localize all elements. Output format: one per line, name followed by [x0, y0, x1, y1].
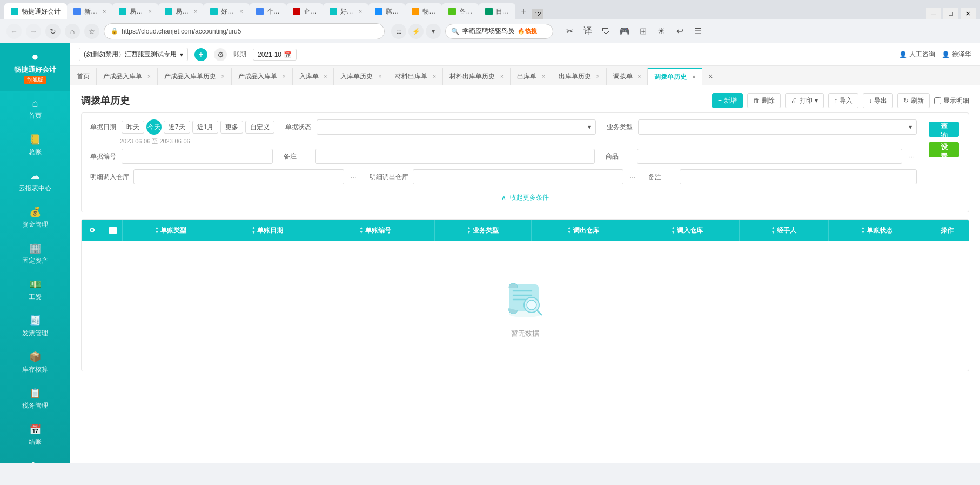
dropdown-btn[interactable]: ▾ [426, 24, 441, 39]
tab-material-out[interactable]: 材料出库单 × [388, 68, 443, 85]
history-icon[interactable]: ↩ [672, 24, 687, 39]
tab-out-order[interactable]: 出库单 × [511, 68, 552, 85]
sidebar-item-inventory[interactable]: 📦 库存核算 [0, 344, 70, 381]
tab-transfer-close[interactable]: × [638, 74, 641, 79]
tab-product-in[interactable]: 产成品入库单 × [97, 68, 158, 85]
tab-in-history-close[interactable]: × [378, 74, 381, 79]
tab-transfer-history-close[interactable]: × [692, 74, 695, 80]
query-btn[interactable]: 查询 [929, 122, 959, 137]
tab-count[interactable]: 12 [532, 9, 543, 19]
detail-in-input[interactable] [133, 169, 344, 184]
browser-tab-7[interactable]: 好… × [323, 3, 368, 19]
date-btn-custom[interactable]: 自定义 [245, 121, 274, 134]
tab-in-order-close[interactable]: × [324, 74, 327, 79]
date-btn-today[interactable]: 今天 [146, 119, 162, 135]
grid-icon[interactable]: ⊞ [635, 24, 650, 39]
browser-tab-3[interactable]: 易… × [158, 3, 204, 19]
close-btn[interactable]: × [961, 8, 976, 19]
browser-search-box[interactable]: 🔍 学霸应聘场驱鸟员 🔥热搜 [445, 24, 553, 39]
date-btn-more[interactable]: 更多 [220, 121, 243, 134]
tab-material-out-close[interactable]: × [433, 74, 436, 79]
bookmark-btn[interactable]: ☆ [84, 24, 99, 39]
lightning-btn[interactable]: ⚡ [408, 24, 424, 39]
company-selector[interactable]: (勿删勿禁用）江西服宝测试专用 ▾ [79, 48, 188, 61]
new-btn[interactable]: + 新增 [712, 93, 743, 108]
import-btn[interactable]: ↑ 导入 [828, 93, 858, 108]
address-bar[interactable]: 🔒 https://cloud.chanjet.com/accounting/u… [104, 23, 385, 39]
th-in-wh[interactable]: ▲▼ 调入仓库 [635, 220, 740, 241]
gamepad-icon[interactable]: 🎮 [617, 24, 632, 39]
th-status[interactable]: ▲▼ 单账状态 [829, 220, 925, 241]
tab-transfer-history[interactable]: 调拨单历史 × [648, 68, 702, 85]
detail-out-input[interactable] [413, 169, 623, 184]
show-columns-toggle[interactable]: 显示明细 [934, 96, 969, 105]
th-type[interactable]: ▲▼ 单账类型 [123, 220, 219, 241]
biztype-select[interactable]: ▾ [638, 119, 917, 135]
th-biztype[interactable]: ▲▼ 业务类型 [435, 220, 532, 241]
minimize-btn[interactable]: ─ [926, 8, 941, 19]
set-btn[interactable]: 设置 [929, 142, 959, 157]
th-handler[interactable]: ▲▼ 经手人 [740, 220, 829, 241]
delete-btn[interactable]: 🗑 删除 [747, 93, 781, 108]
th-settings[interactable]: ⚙ [82, 220, 103, 241]
tab-close-4[interactable]: × [239, 8, 243, 15]
sidebar-item-archive[interactable]: 🗂 归档管理 [0, 453, 70, 463]
tab-product-in2-close[interactable]: × [283, 74, 286, 79]
tab-product-in-close[interactable]: × [147, 74, 151, 79]
remark-input[interactable] [315, 149, 595, 164]
header-checkbox[interactable] [109, 227, 117, 234]
menu-icon[interactable]: ☰ [690, 24, 706, 39]
sidebar-item-invoice[interactable]: 🧾 发票管理 [0, 308, 70, 344]
th-out-wh[interactable]: ▲▼ 调出仓库 [532, 220, 636, 241]
sidebar-item-home[interactable]: ⌂ 首页 [0, 91, 70, 127]
sidebar-item-close[interactable]: 📅 结账 [0, 417, 70, 453]
tab-material-out-history-close[interactable]: × [500, 74, 504, 79]
sidebar-item-finance[interactable]: 💰 资金管理 [0, 200, 70, 236]
browser-tab-11[interactable]: 目… [479, 3, 515, 19]
goods-dots[interactable]: ··· [907, 152, 917, 161]
new-tab-button[interactable]: + [515, 3, 532, 19]
period-selector[interactable]: 2021-10 📅 [253, 49, 297, 61]
show-columns-checkbox[interactable] [934, 97, 941, 104]
browser-tab-4[interactable]: 好… × [204, 3, 249, 19]
date-btn-yesterday[interactable]: 昨天 [122, 121, 144, 134]
browser-tab-chanjet[interactable]: 畅捷通好会计 [4, 3, 67, 19]
th-num[interactable]: ▲▼ 单账编号 [316, 220, 435, 241]
detail-in-dots[interactable]: ··· [348, 173, 359, 181]
tab-product-in-history[interactable]: 产成品入库单历史 × [158, 68, 232, 85]
add-company-btn[interactable]: + [194, 48, 207, 61]
detail-out-dots[interactable]: ··· [628, 173, 638, 181]
print-btn[interactable]: 🖨 打印 ▾ [785, 93, 824, 108]
brightness-icon[interactable]: ☀ [654, 24, 669, 39]
customer-service-btn[interactable]: 👤 人工咨询 [899, 50, 935, 59]
collapse-bar[interactable]: ∧ 收起更多条件 [90, 190, 960, 205]
refresh-page-btn[interactable]: ↻ 刷新 [897, 93, 930, 108]
date-btn-7days[interactable]: 近7天 [164, 121, 190, 134]
remark2-input[interactable] [680, 169, 917, 184]
maximize-btn[interactable]: □ [943, 8, 958, 19]
tab-close-7[interactable]: × [359, 8, 362, 15]
close-all-tabs-btn[interactable]: × [702, 68, 719, 85]
tab-in-history[interactable]: 入库单历史 × [334, 68, 388, 85]
tab-home[interactable]: 首页 [70, 68, 97, 85]
sidebar-item-reports[interactable]: ☁ 云报表中心 [0, 163, 70, 200]
date-btn-1month[interactable]: 近1月 [192, 121, 219, 134]
browser-tab-8[interactable]: 腾… [368, 3, 405, 19]
scissors-icon[interactable]: ✂ [562, 24, 577, 39]
user-profile-btn[interactable]: 👤 徐泽华 [942, 50, 971, 59]
home-btn[interactable]: ⌂ [65, 24, 80, 39]
goods-input[interactable] [637, 149, 902, 164]
status-select[interactable]: ▾ [317, 119, 595, 135]
th-check[interactable] [103, 220, 123, 241]
refresh-btn[interactable]: ↻ [45, 24, 61, 39]
tab-product-in-history-close[interactable]: × [221, 74, 225, 79]
tab-product-in2[interactable]: 产成品入库单 × [232, 68, 293, 85]
tab-close-1[interactable]: × [103, 8, 106, 15]
translate-icon[interactable]: 译 [580, 24, 595, 39]
extensions-btn[interactable]: ⚏ [391, 24, 406, 39]
sidebar-item-ledger[interactable]: 📒 总账 [0, 127, 70, 163]
browser-tab-5[interactable]: 个… [250, 3, 286, 19]
browser-tab-9[interactable]: 畅… [405, 3, 442, 19]
shield-icon[interactable]: 🛡 [599, 24, 614, 39]
tab-out-history[interactable]: 出库单历史 × [552, 68, 607, 85]
